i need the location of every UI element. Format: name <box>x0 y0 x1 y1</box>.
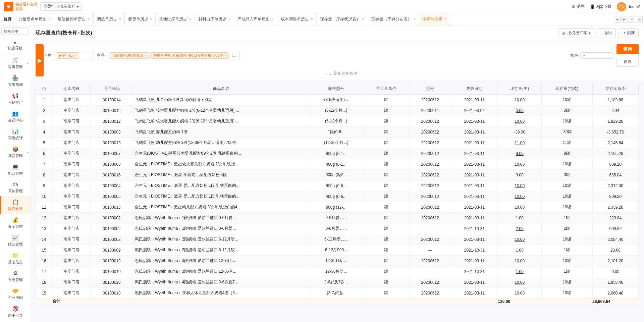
cell-qty-main[interactable]: 1.00 <box>498 266 541 277</box>
sidebar-item-零售商城[interactable]: 🏪零售商城 <box>0 72 30 90</box>
cell-qty-main[interactable]: 1.00 <box>498 213 541 223</box>
sidebar-item-会员中心[interactable]: 👥会员中心 <box>0 108 30 125</box>
warehouse-tag-close-icon[interactable]: × <box>75 54 77 57</box>
tab-close-icon-5[interactable]: × <box>189 17 191 21</box>
tab-close-icon-8[interactable]: × <box>311 17 313 21</box>
tab-close-icon-4[interactable]: × <box>150 17 152 21</box>
cell-qty-pkg: 10罐 <box>541 202 592 213</box>
app-download-button[interactable]: 📱 App下载 <box>590 4 611 9</box>
sidebar-item-批发管理[interactable]: 📦批发管理▾ <box>0 143 30 161</box>
tabs-close-button[interactable]: ✕ <box>629 16 635 23</box>
cell-qty-main[interactable]: 1.00 <box>498 245 541 256</box>
product-tag-1-close-icon[interactable]: × <box>145 54 147 57</box>
tab-item-10[interactable]: 现存量（库存分布表）× <box>368 13 419 25</box>
col-name: 商品名称 <box>132 83 309 95</box>
tab-item-7[interactable]: 产成品入库单历史× <box>234 13 277 25</box>
menu-icon-1: 🏪 <box>12 75 19 81</box>
cell-qty-main[interactable]: 0.00 <box>498 105 541 116</box>
sidebar-item-应用中心[interactable]: 🔲应用中心 <box>0 321 30 322</box>
cell-expire: 2021-03-11 <box>451 159 498 170</box>
print-button[interactable]: 🖨 按模板打印 ▾ <box>558 28 594 38</box>
cell-qty-main[interactable]: 3.00 <box>498 170 541 180</box>
sidebar-top <box>0 25 30 37</box>
tab-item-9[interactable]: 现存量（库存状况表）× <box>317 13 368 25</box>
cell-unit: 罐 <box>363 277 409 288</box>
setting-button[interactable]: 设置 <box>616 57 639 67</box>
message-button[interactable]: ✉ 消息 <box>572 4 585 9</box>
product-tag-box[interactable]: 飞鹤奶粉3段两提装 × 飞鹤星飞帆 儿童奶粉 4段(3-6岁适用) 700克 ×… <box>107 51 240 60</box>
cell-code: 00100015 <box>91 202 133 213</box>
warehouse-tag-box[interactable]: 南岸门店 × ... <box>54 51 94 60</box>
workspace-selector[interactable]: 母婴行业演示账套 ▾ <box>40 2 82 11</box>
expand-more-conditions[interactable]: ⌄⌄ 展开更多条件 <box>44 69 639 76</box>
cell-qty-main[interactable]: 10.00 <box>498 159 541 170</box>
sidebar-item-资金管理[interactable]: 💰资金管理 <box>0 214 30 232</box>
sidebar-item-采购管理[interactable]: 🛍采购管理 <box>0 179 30 196</box>
cell-qty-main[interactable]: -39.00 <box>498 127 541 138</box>
cell-spec: 12-36月幼... <box>309 256 363 266</box>
col-settings[interactable]: ⚙ <box>36 83 53 95</box>
cell-qty-main[interactable]: 10.00 <box>498 277 541 288</box>
filter-expand-toggle[interactable]: ▶ <box>36 44 44 76</box>
col-spec: 规格型号 <box>309 83 363 95</box>
tab-close-icon-6[interactable]: × <box>228 17 230 21</box>
tab-item-1[interactable]: 分量盘点单历史× <box>15 13 54 25</box>
tab-close-icon-3[interactable]: × <box>119 17 121 21</box>
cell-qty-main[interactable]: 9.00 <box>498 148 541 159</box>
tab-item-5[interactable]: 其他出库单历史× <box>156 13 195 25</box>
cell-qty-main[interactable]: 2.00 <box>498 223 541 234</box>
tabs-prev-button[interactable]: ◀ <box>614 16 621 23</box>
cell-qty-main[interactable]: 10.00 <box>498 95 541 105</box>
table-row: 12 南岸门店 00100002 惠氏启璞（Wyeth illuma）1段奶粉 … <box>36 213 639 223</box>
cell-qty-main[interactable]: 10.00 <box>498 191 541 202</box>
sidebar-item-quick-nav[interactable]: ★ 快捷导航 <box>0 39 30 53</box>
cell-name: 惠氏启璞（Wyeth illuma）3段奶粉 爱尔兰进口 12-36月... <box>132 256 309 266</box>
product-tag-2-close-icon[interactable]: × <box>224 54 226 57</box>
tab-item-11[interactable]: 库存批次账× <box>419 13 450 25</box>
tab-close-icon-2[interactable]: × <box>88 17 90 21</box>
sidebar-item-基础信息[interactable]: 📁基础信息 <box>0 250 30 267</box>
tab-close-icon-7[interactable]: × <box>272 17 274 21</box>
settings-icon[interactable]: ⚙ <box>42 86 46 92</box>
cell-qty-main[interactable]: 11.00 <box>498 138 541 148</box>
sidebar-item-营销推广[interactable]: 📢营销推广 <box>0 90 30 108</box>
sidebar-item-经营管理[interactable]: 📈经营管理 <box>0 232 30 250</box>
refresh-button[interactable]: ↺ 刷新 <box>619 28 639 38</box>
tab-item-3[interactable]: 调拨单历史× <box>94 13 125 25</box>
sidebar-item-库存核算[interactable]: 📋库存核算 <box>0 196 30 214</box>
sidebar-item-企业协同[interactable]: 🤝企业协同 <box>0 285 30 303</box>
cell-qty-pkg: 10罐 <box>541 159 592 170</box>
cell-qty-main[interactable]: 10.00 <box>498 116 541 127</box>
cell-qty-main[interactable]: 10.00 <box>498 256 541 266</box>
tab-item-8[interactable]: 成本调整单历史× <box>277 13 317 25</box>
sidebar-item-电商管理[interactable]: 💻电商管理 <box>0 161 30 179</box>
cell-qty-main[interactable]: 10.00 <box>498 234 541 245</box>
query-button[interactable]: 查询 <box>616 44 639 54</box>
tab-item-0[interactable]: 首页 <box>0 13 15 25</box>
cell-no: 8 <box>36 170 53 180</box>
tabs-next-button[interactable]: ▶ <box>621 16 628 23</box>
sidebar-item-零售统计[interactable]: 📊零售统计 <box>0 125 30 143</box>
sidebar-item-零售管理[interactable]: 🛒零售管理▾ <box>0 54 30 72</box>
col-qty-pkg: 现存量(包装) <box>541 83 592 95</box>
tab-close-icon-9[interactable]: × <box>362 17 364 21</box>
sidebar-item-新手引导[interactable]: 🎯新手引导 <box>0 303 30 321</box>
cell-qty-main[interactable]: 10.00 <box>498 180 541 191</box>
tab-close-icon-10[interactable]: × <box>414 17 416 21</box>
export-button[interactable]: ↓ 导出 <box>597 28 616 38</box>
cell-expire: 2021-03-11 <box>451 234 498 245</box>
color-tag-box[interactable]: ▾ <box>580 52 614 59</box>
sidebar-item-系统管理[interactable]: ⚙系统管理 <box>0 267 30 285</box>
tab-item-6[interactable]: 材料出库单历史× <box>195 13 234 25</box>
tab-item-4[interactable]: 要货单历史× <box>125 13 156 25</box>
search-input[interactable] <box>1 28 29 35</box>
cell-qty-main[interactable]: 10.00 <box>498 202 541 213</box>
tab-item-2[interactable]: 组装拆卸单历史× <box>54 13 94 25</box>
menu-arrow-icon-5: ▾ <box>27 151 29 154</box>
tabs-menu-button[interactable]: ☰ <box>636 16 643 23</box>
user-menu[interactable]: Ea demo2 <box>617 2 640 11</box>
tab-close-icon-1[interactable]: × <box>49 17 51 21</box>
cell-unit: 罐 <box>363 148 409 159</box>
cell-qty-main[interactable]: 10.00 <box>498 288 541 299</box>
tab-close-icon-11[interactable]: × <box>444 17 446 21</box>
